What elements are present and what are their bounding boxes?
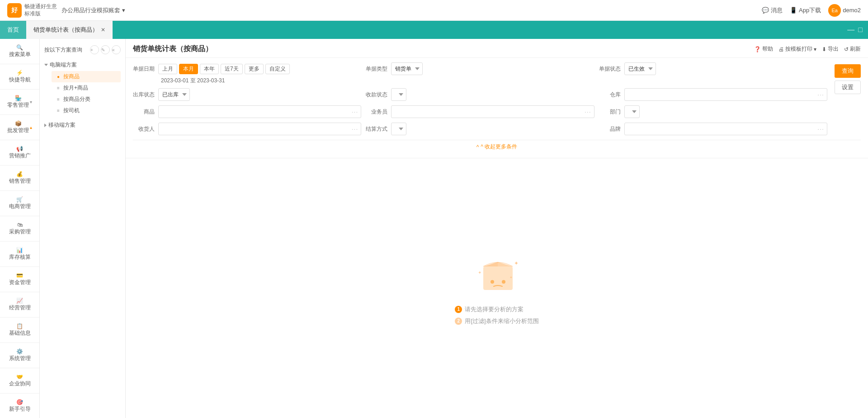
sidebar-item-wholesale-mgmt[interactable]: 📦 批发管理 ▴	[0, 115, 39, 140]
warehouse-dots-icon: ···	[817, 91, 824, 98]
sidebar-item-finance[interactable]: 💳 资金管理	[0, 267, 39, 292]
product-dots-icon: ···	[352, 108, 359, 115]
brand-label: 品牌	[599, 125, 621, 133]
doc-type-select[interactable]: 销货单	[391, 62, 423, 75]
product-input[interactable]: ···	[158, 105, 361, 118]
tab-maximize-btn[interactable]: □	[858, 26, 863, 34]
date-custom-btn[interactable]: 自定义	[265, 64, 290, 74]
tree-group-mobile-header[interactable]: 移动端方案	[44, 119, 121, 131]
collapse-more-btn[interactable]: ^ ^ 收起更多条件	[133, 140, 861, 153]
salesperson-input[interactable]: ···	[391, 105, 594, 118]
card-actions: ❓ 帮助 🖨 按模板打印 ▾ ⬇ 导出 ↺	[754, 45, 861, 53]
sidebar-item-quick-nav[interactable]: ⚡ 快捷导航	[0, 64, 39, 90]
user-area[interactable]: Ea demo2	[828, 4, 861, 17]
empty-hint-1: 1 请先选择要分析的方案	[455, 304, 538, 315]
left-panel: 按以下方案查询 + ✎ «	[40, 39, 126, 418]
page-area: 按以下方案查询 + ✎ «	[40, 39, 868, 418]
date-last-7days-btn[interactable]: 近7天	[221, 64, 243, 74]
tab-sales-stat[interactable]: 销货单统计表（按商品） ✕	[26, 21, 113, 39]
empty-hint-2: 2 用[过滤]条件来缩小分析范围	[455, 315, 538, 327]
warehouse-filter-cell: 仓库 ···	[599, 88, 827, 101]
retail-arrow-icon: ▾	[30, 100, 32, 104]
content-card: 销货单统计表（按商品） ❓ 帮助 🖨 按模板打印 ▾ ⬇	[126, 39, 868, 418]
settlement-select[interactable]	[391, 123, 406, 135]
date-more-btn[interactable]: 更多	[245, 64, 264, 74]
salesperson-label: 业务员	[366, 108, 387, 116]
svg-text:✦: ✦	[509, 276, 513, 280]
hint-num-2: 2	[455, 318, 462, 325]
date-last-month-btn[interactable]: 上月	[158, 64, 177, 74]
add-scheme-btn[interactable]: +	[90, 45, 99, 54]
recipient-label: 收货人	[133, 125, 155, 133]
top-bar-right: 💬 消息 📱 App下载 Ea demo2	[762, 4, 861, 17]
sidebar-item-inventory[interactable]: 📊 库存核算	[0, 242, 39, 267]
edit-scheme-btn[interactable]: ✎	[101, 45, 110, 54]
doc-status-filter-cell: 单据状态 已生效	[599, 62, 827, 75]
tab-minimize-btn[interactable]: —	[847, 26, 854, 34]
tree-item-by-product-icon: ●	[55, 74, 61, 80]
date-this-month-btn[interactable]: 本月	[179, 64, 198, 74]
product-filter-cell: 商品 ···	[133, 105, 361, 118]
export-link[interactable]: ⬇ 导出	[822, 45, 839, 53]
print-dropdown-icon: ▾	[814, 46, 816, 52]
tab-close-btn[interactable]: ✕	[101, 27, 105, 33]
download-icon: 📱	[790, 7, 797, 14]
svg-text:✦: ✦	[514, 260, 519, 266]
date-label: 单据日期	[133, 65, 155, 73]
svg-text:✦: ✦	[478, 270, 481, 275]
empty-state: ✦ ✦ ✦ 1 请先选择要分析的方案 2 用[过滤]条件来缩小分析范围	[126, 158, 868, 418]
warehouse-input[interactable]: ···	[624, 88, 827, 101]
date-filter-cell: 单据日期 上月 本月 本年 近7天 更多 自定义	[133, 64, 361, 74]
sidebar-item-marketing[interactable]: 📢 营销推广	[0, 140, 39, 166]
tree-item-by-cashier[interactable]: ≡ 按司机	[52, 105, 121, 116]
tree-item-by-month-product[interactable]: ≡ 按月+商品	[52, 82, 121, 94]
sidebar-item-sales-mgmt[interactable]: 💰 销售管理	[0, 166, 39, 191]
top-bar-left: 好 畅捷通好生意 标准版 办公用品行业模拟账套 ▾	[7, 3, 125, 18]
settings-button[interactable]: 设置	[835, 81, 861, 94]
brand-input[interactable]: ···	[624, 123, 827, 135]
department-select[interactable]	[624, 105, 640, 118]
brand-filter-cell: 品牌 ···	[599, 123, 827, 135]
sidebar-item-cooperation[interactable]: 🤝 企业协同	[0, 368, 39, 394]
date-buttons: 上月 本月 本年 近7天 更多 自定义	[158, 64, 290, 74]
collapse-panel-btn[interactable]: «	[112, 45, 121, 54]
query-button[interactable]: 查询	[835, 64, 861, 78]
tab-right-actions: — □	[847, 26, 868, 34]
recipient-input[interactable]: ···	[158, 123, 361, 135]
date-this-year-btn[interactable]: 本年	[200, 64, 219, 74]
app-download-btn[interactable]: 📱 App下载	[790, 6, 821, 14]
sidebar-item-newbie[interactable]: 🎯 新手引导	[0, 394, 39, 418]
receipt-status-select[interactable]	[391, 88, 406, 101]
doc-status-select[interactable]: 已生效	[624, 62, 656, 75]
tab-home[interactable]: 首页	[0, 21, 26, 39]
app-title[interactable]: 办公用品行业模拟账套 ▾	[61, 6, 125, 14]
page-title: 销货单统计表（按商品）	[133, 44, 212, 54]
refresh-link[interactable]: ↺ 刷新	[844, 45, 861, 53]
top-bar: 好 畅捷通好生意 标准版 办公用品行业模拟账套 ▾ 💬 消息 📱 App下载 E…	[0, 0, 868, 21]
tree-item-by-product-category[interactable]: ≡ 按商品分类	[52, 94, 121, 105]
out-status-select[interactable]: 已出库	[158, 88, 190, 101]
tree-group-pc: 电脑端方案 ● 按商品 ≡ 按月+商品 ≡ 按商品分类	[40, 59, 125, 116]
tree-item-cashier-icon: ≡	[55, 108, 61, 114]
sidebar-item-retail-mgmt[interactable]: 🏪 零售管理 ▾	[0, 90, 39, 115]
help-icon: ❓	[754, 46, 761, 52]
tree-item-by-product[interactable]: ● 按商品	[52, 71, 121, 82]
sidebar-item-operations[interactable]: 📈 经营管理	[0, 292, 39, 318]
empty-icon-area: ✦ ✦ ✦	[474, 249, 519, 294]
product-label: 商品	[133, 108, 155, 116]
template-print-link[interactable]: 🖨 按模板打印 ▾	[778, 45, 816, 53]
sidebar-item-basic-info[interactable]: 📋 基础信息	[0, 318, 39, 343]
svg-point-1	[491, 280, 494, 284]
pc-group-arrow	[44, 64, 48, 66]
sidebar-item-purchase[interactable]: 🛍 采购管理	[0, 216, 39, 242]
card-header: 销货单统计表（按商品） ❓ 帮助 🖨 按模板打印 ▾ ⬇	[126, 39, 868, 58]
sidebar-item-system[interactable]: ⚙️ 系统管理	[0, 343, 39, 368]
receipt-status-label: 收款状态	[366, 91, 387, 99]
tree-group-pc-header[interactable]: 电脑端方案	[44, 59, 121, 71]
message-btn[interactable]: 💬 消息	[762, 6, 783, 14]
app-title-dropdown-arrow: ▾	[122, 7, 125, 14]
sidebar-item-search-menu[interactable]: 🔍 搜索菜单	[0, 39, 39, 64]
sidebar-item-ecommerce[interactable]: 🛒 电商管理	[0, 191, 39, 216]
help-link[interactable]: ❓ 帮助	[754, 45, 773, 53]
tree-item-by-month-icon: ≡	[55, 85, 61, 91]
